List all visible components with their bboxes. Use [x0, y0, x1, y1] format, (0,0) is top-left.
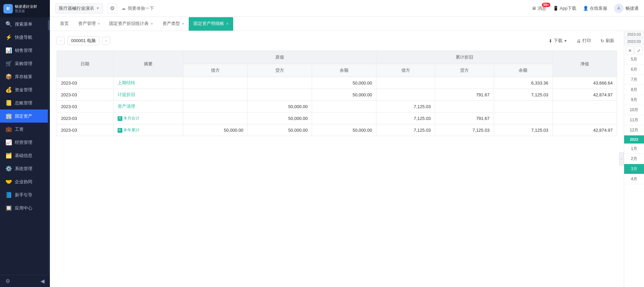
sidebar-item-base[interactable]: 🗂️ 基础信息: [0, 149, 50, 162]
time-panel-expand-btn[interactable]: ⤢: [635, 46, 643, 55]
user-menu[interactable]: A 畅捷通: [614, 4, 639, 13]
main-area: 医疗器械行业演示 ▼ ⚙ ☁ 我要体验一下 🖥 消息 99+ 📱 App下载 👤…: [50, 0, 644, 287]
sidebar-item-payroll[interactable]: 💼 工资: [0, 123, 50, 136]
time-item-jul[interactable]: 7月: [624, 75, 644, 85]
time-item-nov[interactable]: 11月: [624, 115, 644, 125]
tab-home-label: 首页: [60, 21, 69, 27]
sidebar-item-apps[interactable]: 🔲 应用中心: [0, 201, 50, 215]
gear-icon: ⚙: [110, 5, 115, 11]
messages-button[interactable]: 🖥 消息 99+: [532, 5, 546, 11]
cell-acc-debit: [376, 89, 435, 101]
tab-asset-mgmt[interactable]: 资产管理 ×: [73, 17, 104, 31]
table-row: 2023-03 计提折旧 50,000.00 791.67 7,125.03 4…: [57, 89, 617, 101]
sidebar-item-label: 快捷导航: [15, 34, 32, 40]
tab-depreciation[interactable]: 固定资产折旧统计表 ×: [104, 17, 157, 31]
month-total-tag: 月 本月合计: [118, 116, 140, 121]
time-item-may[interactable]: 5月: [624, 55, 644, 65]
asset-detail-table: 日期 摘要 原值 累计折旧 净值 借方 贷方 余额 借方 贷方 余额: [57, 51, 617, 136]
cell-orig-debit: [183, 101, 248, 113]
col-original-value: 原值: [183, 51, 376, 64]
asset-code: 000001: [71, 38, 86, 43]
sidebar-item-system[interactable]: ⚙️ 系统管理: [0, 162, 50, 175]
time-panel-toggle[interactable]: ›: [619, 152, 624, 166]
cell-orig-debit: [183, 77, 248, 89]
time-item-jun[interactable]: 6月: [624, 65, 644, 75]
sidebar-item-sales[interactable]: 📊 销售管理: [0, 44, 50, 57]
col-acc-balance: 余额: [494, 64, 552, 77]
sidebar-item-purchase[interactable]: 🛒 采购管理: [0, 57, 50, 70]
sidebar-item-guide[interactable]: 📘 新手引导: [0, 188, 50, 201]
cell-acc-debit: 7,125.03: [376, 113, 435, 124]
time-item-apr[interactable]: 4月: [624, 174, 644, 184]
username: 畅捷通: [625, 5, 639, 11]
time-item-oct[interactable]: 10月: [624, 105, 644, 115]
cell-orig-debit: [183, 89, 248, 101]
print-btn[interactable]: 🖨 打印: [574, 36, 594, 45]
settings-button[interactable]: ⚙: [107, 3, 117, 13]
app-name: 畅捷通好业财: [15, 4, 37, 9]
table-row: 2023-03 年 本年累计 50,000.00 50,000.00 50,00…: [57, 124, 617, 136]
cell-summary[interactable]: 上期结转: [113, 77, 183, 89]
collapse-icon[interactable]: ◀: [40, 278, 44, 284]
download-btn[interactable]: ⬇ 下载 ▼: [546, 36, 570, 45]
time-item-feb[interactable]: 2月: [624, 154, 644, 164]
cell-date: 2023-03: [57, 113, 114, 124]
sidebar-item-nav[interactable]: ⚡ 快捷导航: [0, 31, 50, 44]
apps-icon: 🔲: [5, 205, 12, 211]
sidebar-item-inventory[interactable]: 📦 库存核算: [0, 70, 50, 83]
cell-orig-credit: 50,000.00: [248, 101, 312, 113]
download-icon: ⬇: [549, 38, 552, 43]
sidebar-scrollbar-thumb: [48, 20, 50, 30]
cell-orig-credit: [248, 89, 312, 101]
download-icon: 📱: [553, 6, 558, 11]
time-panel-close-btn[interactable]: ✕: [626, 46, 634, 55]
avatar: A: [614, 4, 623, 13]
download-button[interactable]: 📱 App下载: [553, 5, 576, 11]
cell-summary: 年 本年累计: [113, 124, 183, 136]
company-selector[interactable]: 医疗器械行业演示 ▼: [55, 3, 103, 13]
cell-summary[interactable]: 计提折旧: [113, 89, 183, 101]
sidebar-item-ledger[interactable]: 📒 总账管理: [0, 96, 50, 109]
sidebar-item-label: 应用中心: [15, 205, 32, 211]
service-icon: 👤: [583, 6, 588, 11]
time-item-dec[interactable]: 12月: [624, 125, 644, 135]
sidebar-item-label: 工资: [15, 126, 24, 132]
cell-net-value: [552, 101, 617, 113]
tab-asset-detail-close[interactable]: ×: [226, 22, 228, 26]
tab-asset-type-close[interactable]: ×: [182, 22, 184, 26]
sidebar-item-search[interactable]: 🔍 搜索菜单: [0, 18, 50, 31]
sidebar-item-fixed[interactable]: 🏢 固定资产: [0, 109, 50, 123]
settings-footer-icon[interactable]: ⚙: [5, 278, 10, 284]
download-arrow-icon: ▼: [564, 39, 567, 43]
time-item-year-2023[interactable]: 2023: [624, 135, 644, 144]
time-item-jan[interactable]: 1月: [624, 144, 644, 154]
cell-summary[interactable]: 资产清理: [113, 101, 183, 113]
money-icon: 💰: [5, 87, 12, 93]
sidebar-item-operations[interactable]: 📈 经营管理: [0, 136, 50, 149]
time-item-aug[interactable]: 8月: [624, 85, 644, 95]
time-item-mar[interactable]: 3月: [624, 164, 644, 174]
col-accumulated-dep: 累计折旧: [376, 51, 553, 64]
sidebar-item-label: 固定资产: [15, 113, 32, 119]
cell-net-value: 42,874.97: [552, 89, 617, 101]
cart-icon: 🛒: [5, 60, 12, 67]
cell-acc-balance: [494, 101, 552, 113]
refresh-btn[interactable]: ↻ 刷新: [598, 36, 617, 45]
tab-home[interactable]: 首页: [55, 17, 73, 31]
cell-net-value: 43,666.64: [552, 77, 617, 89]
time-panel-header-2: 2023.03: [624, 38, 644, 45]
sidebar: 财 畅捷通好业财 普及版 🔍 搜索菜单 ⚡ 快捷导航 📊 销售管理 🛒 采购管理…: [0, 0, 50, 287]
tab-asset-mgmt-close[interactable]: ×: [98, 22, 100, 26]
trial-button[interactable]: ☁ 我要体验一下: [121, 5, 154, 11]
tab-depreciation-close[interactable]: ×: [151, 22, 153, 26]
tab-asset-detail[interactable]: 固定资产明细账 ×: [189, 17, 233, 31]
sidebar-item-collab[interactable]: 🤝 企业协同: [0, 175, 50, 188]
sidebar-item-capital[interactable]: 💰 资金管理: [0, 83, 50, 96]
time-item-sep[interactable]: 9月: [624, 95, 644, 105]
next-asset-button[interactable]: ›: [102, 37, 110, 45]
prev-asset-button[interactable]: ‹: [57, 37, 65, 45]
tab-asset-type[interactable]: 资产类型 ×: [158, 17, 189, 31]
service-button[interactable]: 👤 在线客服: [583, 5, 607, 11]
col-summary: 摘要: [113, 51, 183, 77]
time-panel-header-1: 2023.03: [624, 31, 644, 38]
